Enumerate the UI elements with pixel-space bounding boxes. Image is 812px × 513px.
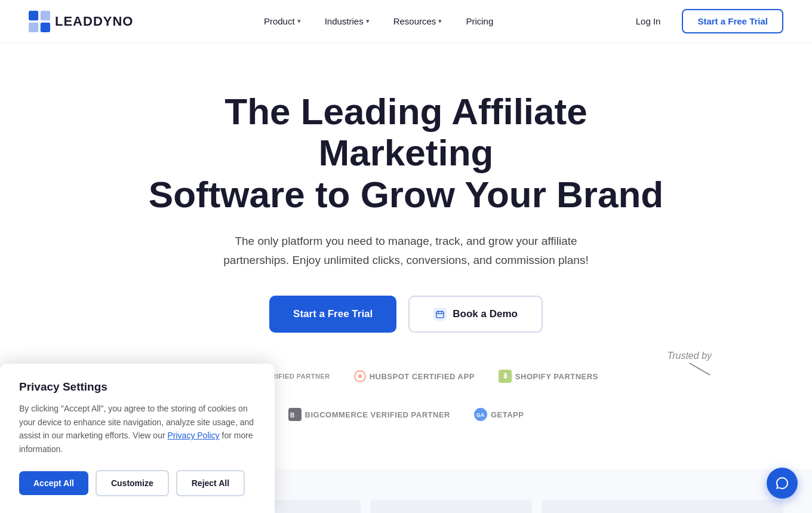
svg-rect-4 [436, 312, 444, 318]
trusted-label: Trusted by [668, 351, 712, 361]
hero-demo-button[interactable]: Book a Demo [408, 296, 543, 333]
getapp-icon: GA [474, 408, 487, 421]
bigcommerce-partner-logo: B BigCommerce VERIFIED PARTNER [288, 408, 450, 421]
shopify-icon [499, 370, 512, 383]
privacy-banner: Privacy Settings By clicking "Accept All… [0, 364, 275, 513]
accept-all-button[interactable]: Accept All [19, 471, 88, 495]
privacy-text: By clicking "Accept All", you agree to t… [19, 402, 256, 456]
hero-trial-button[interactable]: Start a Free Trial [269, 296, 396, 333]
privacy-title: Privacy Settings [19, 380, 256, 394]
nav-actions: Log In Start a Free Trial [624, 9, 783, 33]
bigcommerce-icon: B [288, 408, 302, 421]
logo-link[interactable]: LEADDYNO [29, 11, 133, 32]
chevron-down-icon: ▾ [366, 17, 370, 25]
hubspot-icon [354, 370, 366, 382]
svg-rect-2 [29, 22, 38, 32]
nav-pricing[interactable]: Pricing [456, 11, 503, 31]
brand-name: LEADDYNO [55, 14, 133, 29]
hero-title: The Leading Affiliate Marketing Software… [137, 91, 675, 215]
nav-links: Product ▾ Industries ▾ Resources ▾ Prici… [254, 11, 503, 31]
chevron-down-icon: ▾ [297, 17, 301, 25]
navbar: LEADDYNO Product ▾ Industries ▾ Resource… [0, 0, 812, 43]
customize-button[interactable]: Customize [96, 470, 169, 496]
svg-rect-0 [29, 11, 38, 20]
svg-rect-3 [41, 22, 50, 32]
nav-product[interactable]: Product ▾ [254, 11, 310, 31]
nav-trial-button[interactable]: Start a Free Trial [682, 9, 783, 33]
hero-subtitle: The only platform you need to manage, tr… [203, 232, 609, 269]
hero-buttons: Start a Free Trial Book a Demo [269, 296, 543, 333]
nav-resources[interactable]: Resources ▾ [384, 11, 452, 31]
chat-icon [775, 476, 789, 490]
login-button[interactable]: Log In [624, 10, 673, 32]
svg-point-9 [358, 374, 362, 378]
hubspot-partner-logo: HUBSPOT CERTIFIED APP [354, 370, 475, 382]
svg-text:B: B [290, 412, 294, 419]
svg-text:GA: GA [476, 412, 485, 418]
logo-icon [29, 11, 50, 32]
shopify-partner-logo: shopify partners [499, 370, 598, 383]
privacy-policy-link[interactable]: Privacy Policy [167, 431, 219, 440]
svg-rect-1 [41, 11, 50, 20]
calendar-icon [433, 308, 447, 321]
chevron-down-icon: ▾ [438, 17, 442, 25]
reject-all-button[interactable]: Reject All [176, 470, 245, 496]
privacy-buttons: Accept All Customize Reject All [19, 470, 256, 496]
chat-button[interactable] [767, 468, 798, 499]
nav-industries[interactable]: Industries ▾ [315, 11, 379, 31]
getapp-partner-logo: GA GetApp [474, 408, 524, 421]
